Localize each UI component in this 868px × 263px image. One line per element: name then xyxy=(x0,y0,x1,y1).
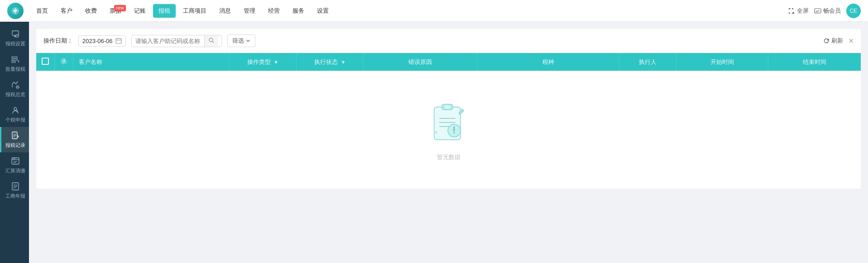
table-container: 客户名称 操作类型 ▼ 执行状态 ▼ 错误原因 xyxy=(36,53,861,189)
user-avatar[interactable]: CE xyxy=(846,4,861,18)
sidebar-label-personal-tax: 个税申报 xyxy=(5,117,25,123)
calendar-icon xyxy=(115,38,122,44)
nav-messages[interactable]: 消息 xyxy=(214,4,236,18)
app-logo[interactable] xyxy=(7,3,24,19)
sidebar-label-settlement: 汇算清缴 xyxy=(5,167,25,174)
sidebar-item-batch-tax[interactable]: 批量报税 xyxy=(0,51,29,76)
new-badge: new xyxy=(114,5,126,11)
svg-rect-5 xyxy=(12,61,15,63)
search-input[interactable] xyxy=(132,36,204,46)
sidebar-label-tax-records: 报税记录 xyxy=(5,142,25,149)
sidebar-item-annual-report[interactable]: 工商年报 xyxy=(0,178,29,203)
empty-illustration xyxy=(426,98,471,148)
svg-point-10 xyxy=(13,158,14,159)
svg-rect-9 xyxy=(12,158,19,164)
tax-settings-icon xyxy=(10,29,20,39)
table-header-row: 客户名称 操作类型 ▼ 执行状态 ▼ 错误原因 xyxy=(36,53,861,71)
th-error-reason: 错误原因 xyxy=(364,53,477,71)
personal-tax-icon xyxy=(10,105,20,115)
fullscreen-icon xyxy=(788,7,795,15)
date-picker[interactable]: 2023-06-06 xyxy=(78,35,126,47)
member-icon xyxy=(814,7,821,15)
th-start-time: 开始时间 xyxy=(676,53,768,71)
th-executor: 执行人 xyxy=(619,53,676,71)
sidebar-item-personal-tax[interactable]: 个税申报 xyxy=(0,102,29,127)
th-checkbox[interactable] xyxy=(36,53,54,71)
op-type-filter-icon: ▼ xyxy=(273,59,278,65)
table-body: 暂无数据 xyxy=(36,71,861,189)
refresh-icon xyxy=(823,38,830,44)
sidebar: 报税设置 批量报税 报税总览 xyxy=(0,22,29,263)
search-button[interactable] xyxy=(204,35,218,47)
date-label: 操作日期： xyxy=(43,37,73,45)
settings-icon xyxy=(60,58,67,65)
nav-services[interactable]: 服务 xyxy=(287,4,310,18)
nav-tax[interactable]: 报税 xyxy=(153,4,176,18)
th-name: 客户名称 xyxy=(73,53,229,71)
search-icon xyxy=(208,37,215,44)
sidebar-item-tax-summary[interactable]: 报税总览 xyxy=(0,76,29,102)
svg-rect-13 xyxy=(116,39,121,44)
close-button[interactable]: × xyxy=(849,37,854,45)
top-nav-right: 全屏 畅会员 CE xyxy=(788,4,861,18)
toolbar: 操作日期： 2023-06-06 筛选 xyxy=(36,29,861,53)
th-tax-type: 税种 xyxy=(477,53,619,71)
sidebar-item-tax-records[interactable]: 报税记录 xyxy=(0,127,29,152)
svg-rect-3 xyxy=(12,57,17,58)
tax-summary-icon xyxy=(10,80,20,90)
select-all-checkbox[interactable] xyxy=(42,58,49,65)
svg-point-7 xyxy=(14,107,17,110)
nav-billing[interactable]: 收费 xyxy=(80,4,102,18)
th-exec-status[interactable]: 执行状态 ▼ xyxy=(296,53,363,71)
filter-button[interactable]: 筛选 xyxy=(227,34,255,47)
tax-records-icon xyxy=(10,131,20,141)
sidebar-item-settlement[interactable]: 汇算清缴 xyxy=(0,152,29,178)
th-settings[interactable] xyxy=(54,53,73,71)
main-content: 操作日期： 2023-06-06 筛选 xyxy=(29,22,868,263)
sidebar-label-tax-summary: 报税总览 xyxy=(5,91,25,98)
exec-status-filter-icon: ▼ xyxy=(340,59,345,65)
svg-point-11 xyxy=(14,158,15,159)
refresh-button[interactable]: 刷新 xyxy=(823,37,843,45)
nav-accounting[interactable]: 记账 xyxy=(129,4,151,18)
batch-tax-icon xyxy=(10,54,20,64)
member-button[interactable]: 畅会员 xyxy=(814,7,841,15)
empty-text: 暂无数据 xyxy=(437,153,460,161)
nav-business[interactable]: 工商项目 xyxy=(177,4,212,18)
sidebar-item-tax-settings[interactable]: 报税设置 xyxy=(0,25,29,51)
top-nav: 首页 客户 收费 票据 new 记账 报税 工商项目 消息 管理 经营 服务 设… xyxy=(0,0,868,22)
nav-items: 首页 客户 收费 票据 new 记账 报税 工商项目 消息 管理 经营 服务 设… xyxy=(31,4,788,18)
th-end-time: 结束时间 xyxy=(768,53,861,71)
empty-state: 暂无数据 xyxy=(36,71,861,189)
svg-point-14 xyxy=(209,38,213,42)
data-table: 客户名称 操作类型 ▼ 执行状态 ▼ 错误原因 xyxy=(36,53,861,189)
search-box xyxy=(131,35,222,47)
nav-settings[interactable]: 设置 xyxy=(312,4,334,18)
nav-operations[interactable]: 经营 xyxy=(263,4,285,18)
svg-point-20 xyxy=(453,132,455,134)
annual-report-icon xyxy=(10,181,20,191)
settlement-icon xyxy=(10,156,20,166)
svg-rect-4 xyxy=(12,59,17,60)
sidebar-label-annual-report: 工商年报 xyxy=(5,193,25,200)
toolbar-right: 刷新 × xyxy=(823,37,854,45)
nav-customers[interactable]: 客户 xyxy=(55,4,78,18)
nav-invoices[interactable]: 票据 new xyxy=(104,4,127,18)
sidebar-label-tax-settings: 报税设置 xyxy=(5,40,25,47)
svg-rect-18 xyxy=(444,105,451,109)
nav-management[interactable]: 管理 xyxy=(238,4,261,18)
th-op-type[interactable]: 操作类型 ▼ xyxy=(229,53,296,71)
nav-home[interactable]: 首页 xyxy=(31,4,53,18)
date-value: 2023-06-06 xyxy=(82,38,113,44)
fullscreen-button[interactable]: 全屏 xyxy=(788,7,809,15)
sidebar-label-batch-tax: 批量报税 xyxy=(5,66,25,73)
svg-point-15 xyxy=(62,60,65,63)
content-card: 操作日期： 2023-06-06 筛选 xyxy=(36,29,861,189)
chevron-down-icon xyxy=(246,39,250,43)
